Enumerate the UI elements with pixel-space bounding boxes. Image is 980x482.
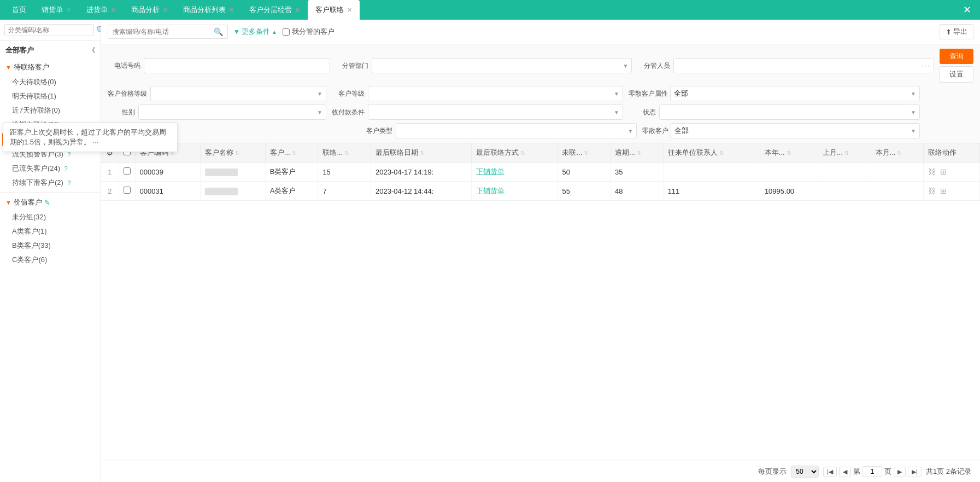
row-type-2: A类客户: [265, 182, 318, 201]
sidebar-declining[interactable]: 持续下滑客户(2) ?: [0, 176, 101, 190]
sidebar-ungrouped[interactable]: 未分组(32): [0, 210, 101, 224]
sidebar-arrow-icon: ▼: [5, 64, 11, 71]
sidebar-already-lost[interactable]: 已流失客户(24) ?: [0, 161, 101, 176]
my-customers-checkbox[interactable]: [283, 28, 290, 36]
prev-page-btn[interactable]: ◀: [839, 467, 851, 477]
sidebar-search-area: 🔍: [0, 20, 101, 41]
sort-uncontact-icon[interactable]: ⇅: [584, 150, 588, 156]
filter-customer-level-input[interactable]: ▼: [368, 86, 623, 101]
sort-date-icon[interactable]: ⇅: [420, 150, 424, 156]
nav-product-list[interactable]: 商品分析列表 ✕: [175, 0, 242, 20]
sidebar-value-edit-icon[interactable]: ✎: [44, 199, 50, 207]
sidebar-all-customers[interactable]: 全部客户 《: [0, 41, 101, 60]
sidebar-c-class[interactable]: C类客户(6): [0, 253, 101, 267]
th-last-date: 最后联络日期⇅: [371, 143, 471, 162]
close-purchase-icon[interactable]: ✕: [111, 7, 116, 14]
nav-customer-contact[interactable]: 客户联络 ✕: [308, 0, 360, 20]
filter-retail-customer-input[interactable]: 全部 ▼: [671, 123, 920, 138]
nav-product-analysis[interactable]: 商品分析 ✕: [124, 0, 175, 20]
filter-phone-input[interactable]: [144, 58, 330, 73]
sort-tmonth-icon[interactable]: ⇅: [897, 150, 901, 156]
settings-button[interactable]: 设置: [940, 66, 973, 83]
sidebar-a-class[interactable]: A类客户(1): [0, 224, 101, 239]
sort-type-icon[interactable]: ⇅: [292, 150, 296, 156]
table-row: 1 000039 B类客户 15 2023-04-17 14:19: 下销货单 …: [101, 162, 980, 182]
row-checkbox-2[interactable]: [119, 182, 135, 201]
sort-name-icon[interactable]: ⇅: [235, 150, 239, 156]
row-tmonth-2: [871, 182, 924, 201]
export-button[interactable]: ⬆ 导出: [940, 24, 973, 39]
per-page-select[interactable]: 50 20 100 200: [791, 466, 819, 478]
filter-phone-label: 电话号码: [108, 61, 140, 71]
row-contacts-2: 111: [663, 182, 760, 201]
filter-gender-input[interactable]: ▼: [138, 104, 326, 120]
category-search-input[interactable]: [4, 24, 94, 36]
close-customer-contact-icon[interactable]: ✕: [347, 7, 352, 14]
close-product-list-icon[interactable]: ✕: [229, 7, 234, 14]
sort-year-icon[interactable]: ⇅: [787, 150, 791, 156]
filter-retail-attr-input[interactable]: 全部 ▼: [670, 86, 920, 101]
sort-contact-icon[interactable]: ⇅: [344, 150, 349, 156]
row-checkbox-1[interactable]: [119, 162, 135, 182]
action-link-icon-2[interactable]: ⛓: [928, 187, 936, 195]
filter-branch-person-input[interactable]: ···: [673, 58, 934, 73]
filter-branch-dept-input[interactable]: ▼: [372, 58, 632, 73]
row-last-method-2[interactable]: 下销货单: [471, 182, 558, 201]
row-code-2: 000031: [135, 182, 200, 201]
first-page-btn[interactable]: |◀: [823, 467, 837, 477]
sidebar-b-class[interactable]: B类客户(33): [0, 239, 101, 253]
action-grid-icon-2[interactable]: ⊞: [940, 187, 947, 195]
main-search-icon[interactable]: 🔍: [214, 27, 223, 36]
tooltip-more-link[interactable]: ···: [92, 138, 98, 146]
filter-customer-type-input[interactable]: ▼: [396, 123, 637, 138]
tooltip-box: 距客户上次交易时长，超过了此客户的平均交易周期的1.5倍，则视为异常。 ···: [3, 123, 101, 152]
filter-payment-input[interactable]: ▼: [368, 104, 623, 120]
sidebar-pending-contact-group[interactable]: ▼ 待联络客户: [0, 60, 101, 75]
gender-arrow-icon: ▼: [317, 109, 322, 115]
action-grid-icon-1[interactable]: ⊞: [940, 167, 947, 176]
last-page-btn[interactable]: ▶|: [908, 467, 922, 477]
th-name: 客户名称⇅: [200, 143, 265, 162]
advanced-filter: 电话号码 分管部门 ▼ 分管人员 ···: [101, 44, 980, 143]
sidebar-week-pending[interactable]: 近7天待联络(0): [0, 103, 101, 118]
filter-retail-attr-field: 零散客户属性 全部 ▼: [629, 86, 920, 101]
filter-status-input[interactable]: ▼: [659, 104, 920, 120]
row-overdue-2: 48: [611, 182, 664, 201]
sort-overdue-icon[interactable]: ⇅: [637, 150, 641, 156]
sort-lmonth-icon[interactable]: ⇅: [844, 150, 849, 156]
sidebar-collapse-icon[interactable]: 《: [89, 46, 95, 55]
nav-sales[interactable]: 销货单 ✕: [34, 0, 79, 20]
payment-arrow-icon: ▼: [614, 109, 619, 115]
nav-home[interactable]: 首页: [4, 0, 34, 20]
declining-help-icon[interactable]: ?: [67, 179, 71, 186]
th-overdue: 逾期...⇅: [611, 143, 664, 162]
filter-phone-field: 电话号码: [108, 58, 330, 73]
close-product-analysis-icon[interactable]: ✕: [163, 7, 168, 14]
sidebar-value-customers-group[interactable]: ▼ 价值客户 ✎: [0, 195, 101, 210]
row-tmonth-1: [871, 162, 924, 182]
sidebar-today-pending[interactable]: 今天待联络(0): [0, 75, 101, 89]
sort-contacts-icon[interactable]: ⇅: [719, 150, 724, 156]
close-customer-tier-icon[interactable]: ✕: [295, 7, 300, 14]
pagination-bar: 每页显示 50 20 100 200 |◀ ◀ 第 页 ▶ ▶| 共1页 2条记…: [101, 461, 980, 482]
row-last-method-1[interactable]: 下销货单: [471, 162, 558, 182]
filter-price-level-input[interactable]: ▼: [150, 86, 326, 101]
nav-customer-tier[interactable]: 客户分层经营 ✕: [242, 0, 308, 20]
next-page-btn[interactable]: ▶: [894, 467, 906, 477]
sort-method-icon[interactable]: ⇅: [520, 150, 525, 156]
action-link-icon-1[interactable]: ⛓: [928, 167, 936, 176]
filter-search-box[interactable]: 🔍: [108, 25, 228, 39]
main-search-input[interactable]: [113, 28, 214, 36]
row-num-1: 1: [101, 162, 119, 182]
close-window-icon[interactable]: ✕: [959, 4, 976, 16]
filter-status-field: 状态 ▼: [629, 104, 920, 120]
close-sales-icon[interactable]: ✕: [66, 7, 71, 14]
page-number-input[interactable]: [862, 466, 882, 477]
query-button[interactable]: 查询: [940, 49, 973, 64]
row-uncontact-2: 55: [558, 182, 611, 201]
more-conditions-btn[interactable]: ▼ 更多条件 ▲: [233, 27, 277, 37]
filter-actions: 查询 设置: [940, 49, 973, 83]
sidebar-tomorrow-pending[interactable]: 明天待联络(1): [0, 89, 101, 103]
nav-purchase[interactable]: 进货单 ✕: [79, 0, 124, 20]
already-lost-help-icon[interactable]: ?: [64, 165, 67, 172]
